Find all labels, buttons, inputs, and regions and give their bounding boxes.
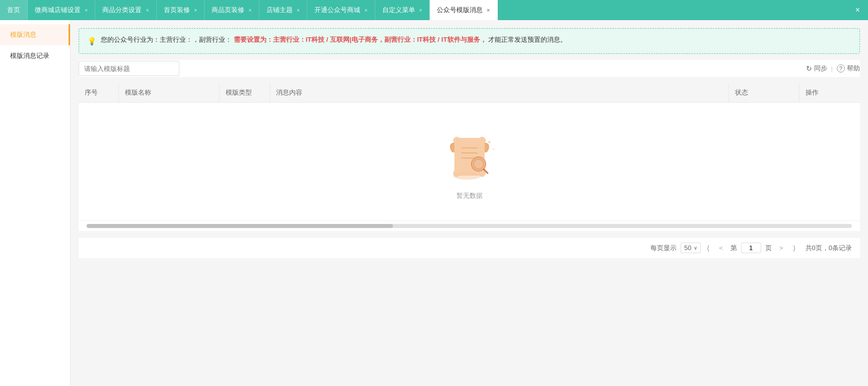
col-header-status: 状态 [729, 83, 799, 102]
close-product-decor-icon[interactable]: × [248, 7, 251, 13]
product-decor-label: 商品页装修 [212, 6, 244, 15]
search-input[interactable] [79, 62, 174, 75]
search-area: 🔍 [79, 61, 179, 76]
notice-box: 💡 您的公众号行业为：主营行业：，副营行业： 需要设置为：主营行业：IT科技 /… [79, 28, 860, 54]
help-button[interactable]: ? 帮助 [837, 64, 860, 73]
notice-suffix: 才能正常发送预置的消息。 [488, 36, 567, 43]
nav-tab-home[interactable]: 首页 [0, 0, 28, 20]
wechat-shop-label: 微商城店铺设置 [35, 6, 81, 15]
search-button[interactable]: 🔍 [174, 61, 179, 75]
svg-text:✦: ✦ [492, 147, 495, 151]
sidebar-template-message-label: 模版消息 [10, 31, 36, 38]
sidebar-item-template-message[interactable]: 模版消息 [0, 24, 70, 45]
page-unit: 页 [765, 244, 772, 253]
bulb-icon: 💡 [87, 35, 97, 47]
sync-label: 同步 [814, 64, 827, 73]
sync-icon: ↻ [806, 64, 812, 72]
scrollbar-thumb[interactable] [87, 224, 393, 228]
nav-tab-template-msg[interactable]: 公众号模版消息 × [430, 0, 497, 20]
open-mall-label: 开通公众号商城 [314, 6, 360, 15]
sidebar: 模版消息 模版消息记录 [0, 20, 71, 386]
per-page-label: 每页显示 [650, 244, 677, 253]
home-tab-label: 首页 [7, 6, 20, 15]
product-category-label: 商品分类设置 [102, 6, 142, 15]
close-home-decor-icon[interactable]: × [194, 7, 197, 13]
total-info: 共0页，0条记录 [806, 244, 852, 253]
close-product-category-icon[interactable]: × [146, 7, 149, 13]
help-label: 帮助 [847, 64, 860, 73]
table-scroll-area: 序号 模版名称 模版类型 消息内容 状态 操作 [79, 83, 860, 231]
empty-illustration: ✦ ✦ [439, 133, 500, 183]
help-icon: ? [837, 64, 845, 72]
nav-tab-product-category[interactable]: 商品分类设置 × [95, 0, 156, 20]
global-close-button[interactable]: × [847, 0, 868, 20]
page-input[interactable] [741, 243, 761, 253]
main-layout: 模版消息 模版消息记录 💡 您的公众号行业为：主营行业：，副营行业： 需要设置为… [0, 20, 868, 386]
home-decor-label: 首页装修 [164, 6, 190, 15]
template-msg-label: 公众号模版消息 [437, 6, 483, 15]
shop-theme-label: 店铺主题 [266, 6, 293, 15]
nav-tab-open-mall[interactable]: 开通公众号商城 × [307, 0, 375, 20]
nav-tab-product-decor[interactable]: 商品页装修 × [205, 0, 259, 20]
toolbar-right: ↻ 同步 | ? 帮助 [806, 60, 860, 77]
content-area: 💡 您的公众号行业为：主营行业：，副营行业： 需要设置为：主营行业：IT科技 /… [71, 20, 868, 386]
close-custom-menu-icon[interactable]: × [419, 7, 422, 13]
nav-tab-wechat-shop[interactable]: 微商城店铺设置 × [28, 0, 95, 20]
page-label: 第 [730, 244, 737, 253]
sidebar-template-record-label: 模版消息记录 [10, 52, 49, 59]
pagination: 每页显示 50 ∨ ⟨ ＜ 第 页 ＞ ⟩ 共0页，0条记录 [79, 237, 860, 258]
empty-state: ✦ ✦ 暂无数据 [79, 103, 860, 220]
chevron-down-icon: ∨ [694, 245, 697, 251]
next-page-button[interactable]: ＞ [776, 244, 787, 253]
col-header-type: 模版类型 [220, 83, 270, 102]
search-icon: 🔍 [179, 64, 179, 72]
close-shop-theme-icon[interactable]: × [297, 7, 300, 13]
col-header-seq: 序号 [79, 83, 119, 102]
notice-prefix: 您的公众号行业为：主营行业：，副营行业： [101, 36, 232, 43]
scrollbar-inner [87, 224, 852, 228]
sync-button[interactable]: ↻ 同步 [806, 64, 827, 73]
top-nav: 首页 微商城店铺设置 × 商品分类设置 × 首页装修 × 商品页装修 × 店铺主… [0, 0, 868, 20]
last-page-button[interactable]: ⟩ [791, 244, 797, 252]
sidebar-item-template-record[interactable]: 模版消息记录 [0, 45, 70, 66]
table-header: 序号 模版名称 模版类型 消息内容 状态 操作 [79, 83, 860, 103]
per-page-value: 50 [684, 244, 691, 252]
prev-page-button[interactable]: ＜ [715, 244, 726, 253]
toolbar: 🔍 ↻ 同步 | ? 帮助 [79, 60, 860, 77]
scrollbar-track[interactable] [79, 220, 860, 231]
close-wechat-shop-icon[interactable]: × [85, 7, 88, 13]
col-header-name: 模版名称 [119, 83, 220, 102]
empty-text: 暂无数据 [456, 191, 483, 200]
nav-tab-home-decor[interactable]: 首页装修 × [157, 0, 205, 20]
notice-highlight: 需要设置为：主营行业：IT科技 / 互联网|电子商务，副营行业：IT科技 / I… [234, 36, 487, 43]
per-page-select[interactable]: 50 ∨ [681, 243, 700, 253]
nav-tab-custom-menu[interactable]: 自定义菜单 × [375, 0, 430, 20]
first-page-button[interactable]: ⟨ [705, 244, 711, 252]
custom-menu-label: 自定义菜单 [382, 6, 415, 15]
svg-text:✦: ✦ [487, 139, 491, 145]
close-open-mall-icon[interactable]: × [364, 7, 367, 13]
col-header-content: 消息内容 [270, 83, 729, 102]
close-template-msg-icon[interactable]: × [487, 7, 490, 13]
notice-text: 您的公众号行业为：主营行业：，副营行业： 需要设置为：主营行业：IT科技 / 互… [101, 35, 567, 45]
nav-tab-shop-theme[interactable]: 店铺主题 × [259, 0, 307, 20]
divider: | [831, 65, 833, 72]
col-header-action: 操作 [799, 83, 860, 102]
